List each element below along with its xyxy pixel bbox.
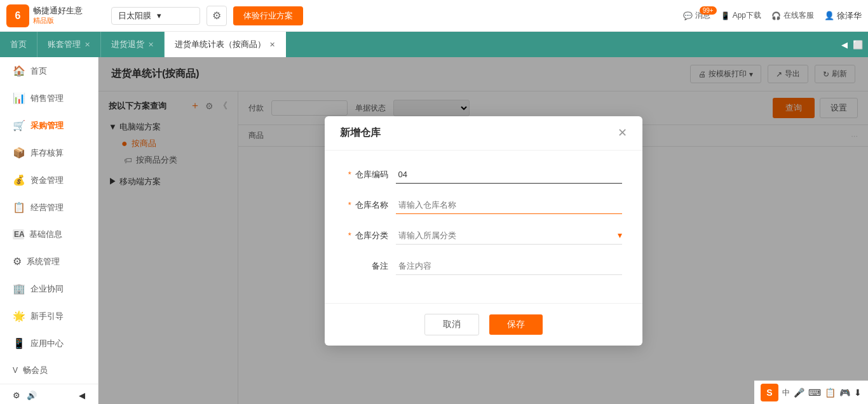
basic-info-icon: EA	[13, 229, 24, 239]
app-center-icon: 📱	[13, 337, 25, 349]
remark-input[interactable]	[396, 257, 622, 275]
top-header: 6 畅捷通好生意 精品版 日太阳膜 ▾ ⚙ 体验行业方案 💬 消息 99+ 📱 …	[0, 0, 868, 32]
store-dropdown-icon: ▾	[157, 11, 193, 20]
save-button[interactable]: 保存	[489, 314, 543, 335]
warehouse-code-input[interactable]	[396, 166, 622, 184]
download-icon[interactable]: ⬇	[854, 387, 862, 398]
sidebar-item-enterprise[interactable]: 🏢 企业协同	[0, 275, 98, 302]
sidebar-settings-icon[interactable]: ⚙	[13, 391, 20, 400]
sidebar-management-label: 经营管理	[31, 202, 64, 213]
sidebar-vip-label: 畅会员	[23, 365, 48, 376]
modal-overlay[interactable]: 新增仓库 ✕ * 仓库编码 *	[98, 57, 868, 404]
sidebar-item-vip[interactable]: V 畅会员	[0, 357, 98, 384]
logo-line2: 精品版	[33, 16, 83, 25]
tab-bar: 首页 账套管理 ✕ 进货退货 ✕ 进货单统计表（按商品） ✕ ◀ ⬜	[0, 32, 868, 57]
inventory-icon: 📦	[13, 147, 25, 159]
warehouse-name-input[interactable]	[396, 196, 622, 214]
tab-expand-icon[interactable]: ⬜	[853, 40, 863, 50]
sidebar-item-system[interactable]: ⚙ 系统管理	[0, 248, 98, 275]
header-right: 💬 消息 99+ 📱 App下载 🎧 在线客服 👤 徐泽华	[683, 10, 862, 22]
form-row-remark: 备注	[345, 257, 622, 275]
tab-account-management[interactable]: 账套管理 ✕	[37, 32, 101, 57]
user-info[interactable]: 👤 徐泽华	[824, 10, 862, 22]
tab-purchase-return-label: 进货退货	[111, 39, 144, 50]
online-service-label: 在线客服	[783, 10, 814, 21]
online-service-button[interactable]: 🎧 在线客服	[771, 10, 814, 21]
app-icon: 📱	[721, 11, 730, 20]
content-area: 进货单统计(按商品) 🖨 按模板打印 ▾ ↗ 导出 ↻ 刷新	[98, 57, 868, 404]
required-mark-category: *	[348, 231, 351, 240]
app-download-label: App下载	[733, 10, 761, 21]
sidebar-home-label: 首页	[31, 65, 47, 77]
sidebar-item-inventory[interactable]: 📦 库存核算	[0, 139, 98, 166]
tab-purchase-stats-close[interactable]: ✕	[269, 41, 275, 49]
system-icon: ⚙	[13, 255, 22, 267]
clipboard-icon[interactable]: 📋	[825, 387, 836, 398]
enterprise-icon: 🏢	[13, 283, 25, 295]
sidebar-collapse-icon[interactable]: ◀	[79, 391, 85, 400]
modal-header: 新增仓库 ✕	[325, 116, 642, 151]
sidebar-item-app-center[interactable]: 📱 应用中心	[0, 330, 98, 357]
trial-button[interactable]: 体验行业方案	[233, 6, 303, 25]
tab-purchase-stats[interactable]: 进货单统计表（按商品） ✕	[165, 32, 286, 57]
settings-button[interactable]: ⚙	[207, 6, 227, 26]
keyboard-icon[interactable]: ⌨	[808, 387, 821, 398]
form-row-name: * 仓库名称	[345, 196, 622, 214]
headphone-icon: 🎧	[771, 11, 781, 20]
sidebar-basic-info-label: 基础信息	[29, 229, 62, 240]
sidebar-item-home[interactable]: 🏠 首页	[0, 57, 98, 84]
code-label: * 仓库编码	[345, 169, 396, 180]
category-label: * 仓库分类	[345, 230, 396, 241]
tab-purchase-return-close[interactable]: ✕	[148, 41, 154, 49]
sidebar-sales-label: 销售管理	[31, 93, 64, 104]
management-icon: 📋	[13, 201, 25, 213]
required-mark-name: *	[348, 200, 351, 210]
messages-button[interactable]: 💬 消息 99+	[683, 10, 710, 21]
username-label: 徐泽华	[837, 10, 862, 22]
sidebar-inventory-label: 库存核算	[31, 147, 64, 159]
user-icon: 👤	[824, 11, 834, 20]
modal-body: * 仓库编码 * 仓库名称	[325, 151, 642, 303]
sidebar-item-guide[interactable]: 🌟 新手引导	[0, 302, 98, 330]
purchase-icon: 🛒	[13, 119, 25, 131]
sidebar: 🏠 首页 📊 销售管理 🛒 采购管理 📦 库存核算 💰 资金管理 📋 经营管理 …	[0, 57, 98, 404]
modal-footer: 取消 保存	[325, 303, 642, 346]
sidebar-guide-label: 新手引导	[31, 311, 64, 322]
sidebar-item-basic-info[interactable]: EA 基础信息	[0, 221, 98, 248]
sidebar-app-center-label: 应用中心	[31, 338, 64, 349]
cancel-button[interactable]: 取消	[424, 314, 479, 335]
home-icon: 🏠	[13, 65, 25, 77]
tab-account-close[interactable]: ✕	[85, 41, 90, 49]
sidebar-item-purchase[interactable]: 🛒 采购管理	[0, 112, 98, 139]
finance-icon: 💰	[13, 174, 25, 186]
tab-controls: ◀ ⬜	[841, 40, 868, 50]
store-name: 日太阳膜	[118, 10, 154, 22]
tab-home-label: 首页	[10, 39, 27, 50]
tab-purchase-return[interactable]: 进货退货 ✕	[101, 32, 165, 57]
sidebar-item-management[interactable]: 📋 经营管理	[0, 194, 98, 221]
sidebar-item-finance[interactable]: 💰 资金管理	[0, 166, 98, 194]
mic-icon[interactable]: 🎤	[794, 387, 804, 398]
zh-label: 中	[782, 387, 790, 398]
tab-home[interactable]: 首页	[0, 32, 37, 57]
sidebar-speaker-icon[interactable]: 🔊	[27, 391, 37, 400]
required-mark-code: *	[348, 170, 351, 179]
logo-area: 6 畅捷通好生意 精品版	[6, 4, 105, 27]
category-dropdown-icon[interactable]: ▾	[618, 230, 622, 240]
remark-label: 备注	[345, 260, 396, 272]
modal-add-warehouse: 新增仓库 ✕ * 仓库编码 *	[325, 116, 642, 346]
name-label: * 仓库名称	[345, 199, 396, 211]
sidebar-item-sales[interactable]: 📊 销售管理	[0, 84, 98, 112]
modal-close-button[interactable]: ✕	[618, 127, 627, 138]
store-selector[interactable]: 日太阳膜 ▾	[111, 7, 200, 25]
tab-prev-icon[interactable]: ◀	[841, 40, 848, 50]
gamepad-icon[interactable]: 🎮	[839, 387, 850, 398]
category-input[interactable]	[396, 227, 618, 244]
vip-icon: V	[13, 366, 18, 375]
sidebar-enterprise-label: 企业协同	[31, 283, 64, 295]
main-layout: 🏠 首页 📊 销售管理 🛒 采购管理 📦 库存核算 💰 资金管理 📋 经营管理 …	[0, 57, 868, 404]
logo-line1: 畅捷通好生意	[33, 6, 83, 17]
app-download-button[interactable]: 📱 App下载	[721, 10, 761, 21]
gear-icon: ⚙	[212, 10, 221, 22]
bottom-bar: S 中 🎤 ⌨ 📋 🎮 ⬇	[754, 380, 868, 404]
